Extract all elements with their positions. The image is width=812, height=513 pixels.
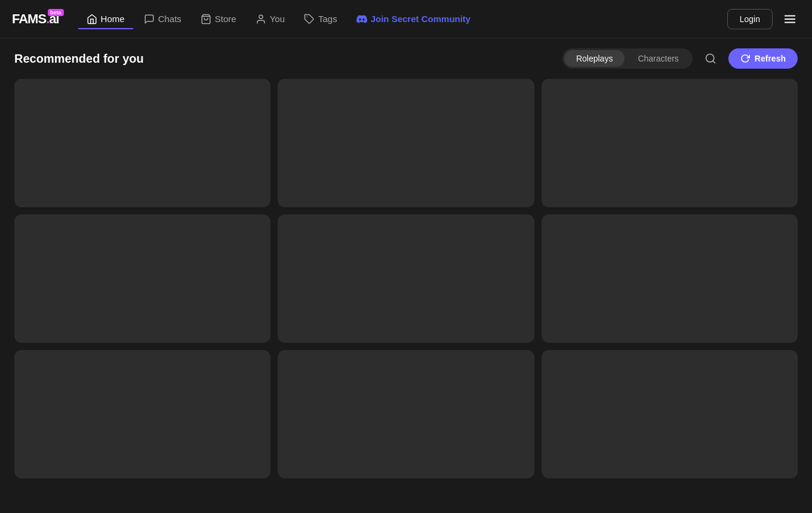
svg-line-7 [713, 61, 715, 63]
hamburger-button[interactable] [780, 9, 800, 29]
card-skeleton-9[interactable] [542, 350, 798, 478]
page-title: Recommended for you [14, 52, 144, 66]
card-skeleton-1[interactable] [14, 79, 270, 207]
nav-right: Login [727, 9, 800, 29]
nav-label-chats: Chats [158, 14, 182, 24]
you-icon [256, 14, 266, 24]
nav-links: Home Chats Store You Tag [78, 9, 722, 29]
card-skeleton-3[interactable] [542, 79, 798, 207]
filter-tab-characters[interactable]: Characters [626, 50, 690, 67]
svg-point-1 [259, 15, 263, 19]
search-icon [705, 53, 716, 64]
beta-badge: beta [48, 9, 64, 16]
nav-label-discord: Join Secret Community [371, 14, 471, 24]
filter-tab-roleplays[interactable]: Roleplays [564, 50, 625, 67]
card-skeleton-7[interactable] [14, 350, 270, 478]
chats-icon [144, 14, 155, 24]
refresh-button[interactable]: Refresh [728, 48, 798, 69]
card-grid [0, 79, 812, 493]
card-skeleton-4[interactable] [14, 214, 270, 343]
nav-item-home[interactable]: Home [78, 9, 133, 29]
nav-item-store[interactable]: Store [192, 9, 245, 29]
search-button[interactable] [700, 48, 721, 69]
hamburger-icon [783, 13, 796, 26]
toolbar: Recommended for you Roleplays Characters… [0, 38, 812, 79]
nav-item-tags[interactable]: Tags [296, 9, 346, 29]
card-skeleton-5[interactable] [278, 214, 534, 343]
nav-item-discord[interactable]: Join Secret Community [348, 9, 479, 29]
nav-label-store: Store [215, 14, 236, 24]
nav-label-tags: Tags [318, 14, 337, 24]
home-icon [87, 14, 97, 24]
card-skeleton-2[interactable] [278, 79, 534, 207]
card-skeleton-6[interactable] [542, 214, 798, 343]
nav-item-you[interactable]: You [247, 9, 293, 29]
logo-fams: FAMS [12, 11, 46, 26]
card-skeleton-8[interactable] [278, 350, 534, 478]
tags-icon [304, 14, 315, 24]
nav-label-you: You [270, 14, 285, 24]
nav-item-chats[interactable]: Chats [136, 9, 190, 29]
store-icon [201, 14, 211, 24]
logo[interactable]: FAMS.ai beta [12, 11, 59, 27]
refresh-icon [740, 54, 750, 63]
refresh-label: Refresh [755, 54, 786, 63]
login-button[interactable]: Login [727, 9, 773, 29]
filter-tabs: Roleplays Characters [562, 48, 693, 69]
discord-icon [356, 14, 367, 24]
nav-label-home: Home [101, 14, 125, 24]
main-nav: FAMS.ai beta Home Chats Store [0, 0, 812, 38]
